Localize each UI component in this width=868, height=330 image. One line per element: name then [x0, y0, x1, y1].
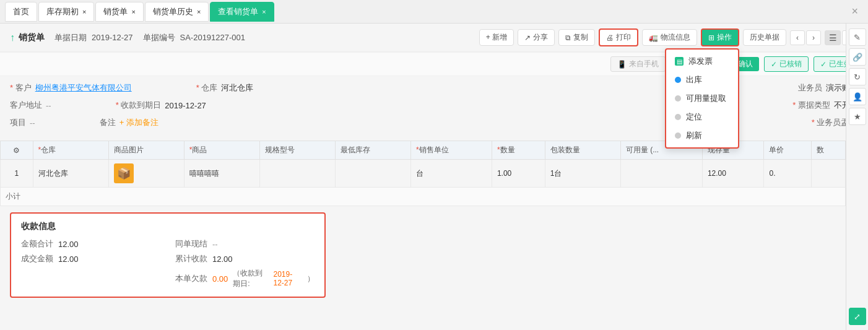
- toolbar: + 新增 ↗ 分享 ⧉ 复制 🖨 打印 🚛 物流信息 ⊞ 操作: [479, 28, 858, 46]
- customer-value[interactable]: 柳州粤港平安气体有限公司: [35, 82, 132, 93]
- share-icon: ↗: [524, 33, 531, 42]
- col-min-stock: 最低库存: [335, 141, 410, 160]
- close-history-tab[interactable]: ×: [197, 8, 201, 15]
- share-button[interactable]: ↗ 分享: [518, 29, 555, 46]
- user-panel-button[interactable]: 👤: [849, 88, 866, 105]
- operation-dropdown-wrapper: ⊞ 操作 ▤ 添发票 出库 可用量提取: [701, 28, 739, 46]
- project-label: 项目: [10, 117, 26, 128]
- current-owed-value: 0.00: [212, 274, 228, 284]
- add-button[interactable]: + 新增: [479, 29, 514, 46]
- customer-label: 客户: [10, 82, 32, 93]
- row-spec: [259, 160, 335, 188]
- edit-panel-button[interactable]: ✎: [849, 28, 866, 46]
- close-window-button[interactable]: ×: [846, 5, 863, 18]
- payment-section: 收款信息 金额合计 12.00 同单现结 -- 成交金额 12.00 累计收款 …: [10, 212, 326, 298]
- payment-grid: 金额合计 12.00 同单现结 -- 成交金额 12.00 累计收款 12.00…: [21, 238, 315, 289]
- prev-record-button[interactable]: ‹: [790, 30, 805, 45]
- warehouse-field: 仓库 河北仓库: [196, 82, 254, 93]
- address-label: 客户地址: [10, 100, 42, 111]
- locate-menu-item[interactable]: 定位: [666, 108, 738, 126]
- star-icon: ★: [854, 112, 861, 121]
- link-panel-button[interactable]: 🔗: [849, 48, 866, 66]
- copy-button[interactable]: ⧉ 复制: [558, 29, 595, 46]
- tab-bar: 首页 库存期初 × 销货单 × 销货单历史 × 查看销货单 × ×: [0, 0, 868, 24]
- transaction-amount-value: 12.00: [58, 254, 79, 264]
- project-value: --: [30, 118, 35, 128]
- close-inventory-init-tab[interactable]: ×: [82, 8, 86, 15]
- staff-label: 业务员: [798, 82, 822, 93]
- operation-button[interactable]: ⊞ 操作: [701, 28, 739, 46]
- total-amount-row: 金额合计 12.00: [21, 238, 160, 250]
- star-panel-button[interactable]: ★: [849, 108, 866, 125]
- close-view-sales-tab[interactable]: ×: [262, 8, 266, 15]
- tab-home[interactable]: 首页: [5, 2, 37, 22]
- current-owed-label: 本单欠款: [175, 273, 207, 284]
- same-order-settlement-value: --: [212, 240, 218, 249]
- list-view-button[interactable]: ☰: [825, 30, 841, 45]
- voided-status-badge: ✓ 已核销: [764, 56, 809, 72]
- subtotal-row: 小计: [1, 188, 846, 206]
- payment-title: 收款信息: [21, 221, 315, 232]
- add-invoice-menu-item[interactable]: ▤ 添发票: [666, 52, 738, 71]
- doc-meta: 单据日期 2019-12-27 单据编号 SA-20191227-001: [54, 32, 245, 43]
- edit-icon: ✎: [854, 33, 861, 42]
- add-invoice-icon: ▤: [675, 57, 684, 66]
- project-field: 项目 --: [10, 117, 35, 128]
- col-qty: *数量: [492, 141, 545, 160]
- check-circle-icon: ✓: [771, 60, 777, 69]
- col-gear: ⚙: [1, 141, 33, 160]
- history-button[interactable]: 历史单据: [743, 29, 786, 46]
- row-num: 1: [1, 160, 33, 188]
- row-unit-price: 0.: [764, 160, 812, 188]
- available-qty-menu-item[interactable]: 可用量提取: [666, 89, 738, 108]
- due-date-value: 2019-12-27: [273, 270, 302, 287]
- transaction-amount-label: 成交金额: [21, 253, 53, 264]
- row-qty: 1.00: [492, 160, 545, 188]
- close-sales-order-tab[interactable]: ×: [131, 8, 135, 15]
- row-pkg-qty: 1台: [545, 160, 620, 188]
- product-table: ⚙ *仓库 商品图片 *商品 规格型号 最低库存 *销售单位 *数量 包装数量 …: [0, 141, 846, 206]
- table-row: 1 河北仓库 📦 嘻嘻嘻嘻 台 1.00 1台 12.00 0.: [1, 160, 846, 188]
- next-record-button[interactable]: ›: [806, 30, 821, 45]
- transaction-amount-row: 成交金额 12.00: [21, 253, 160, 264]
- tab-view-sales-order[interactable]: 查看销货单 ×: [210, 2, 274, 22]
- current-owed-note: （收款到期日:: [233, 268, 268, 289]
- refresh-icon: [675, 132, 681, 139]
- payment-due-label: 收款到期日: [116, 100, 162, 111]
- doc-type-label: 销货单: [19, 32, 45, 43]
- from-phone-button[interactable]: 📱 来自手机: [610, 56, 666, 72]
- row-current-stock: 12.00: [702, 160, 764, 188]
- sales-staff2-label: 业务员盂: [812, 117, 849, 128]
- col-warehouse: *仓库: [33, 141, 108, 160]
- link-icon: 🔗: [853, 53, 862, 62]
- col-amount: 数: [812, 141, 846, 160]
- grid-icon: ⊞: [708, 33, 714, 42]
- total-amount-label: 金额合计: [21, 238, 53, 250]
- logistics-button[interactable]: 🚛 物流信息: [642, 29, 697, 46]
- product-image: 📦: [114, 163, 134, 183]
- col-product-img: 商品图片: [108, 141, 184, 160]
- col-product: *商品: [184, 141, 259, 160]
- warehouse-value: 河北仓库: [221, 82, 253, 93]
- tab-inventory-init[interactable]: 库存期初 ×: [38, 2, 94, 22]
- refresh-panel-button[interactable]: ↻: [849, 68, 866, 85]
- col-pkg-qty: 包装数量: [545, 141, 620, 160]
- row-amount: [812, 160, 846, 188]
- phone-icon: 📱: [617, 60, 627, 69]
- same-order-settlement-row: 同单现结 --: [175, 238, 315, 250]
- add-remark-button[interactable]: + 添加备注: [119, 117, 158, 128]
- user-icon: 👤: [853, 92, 862, 102]
- print-button[interactable]: 🖨 打印: [599, 28, 638, 46]
- document-title: ↑ 销货单: [10, 32, 45, 43]
- row-product-img: 📦: [108, 160, 184, 188]
- row-sales-unit: 台: [411, 160, 492, 188]
- customer-field: 客户 柳州粤港平安气体有限公司: [10, 82, 132, 93]
- payment-due-value: 2019-12-27: [165, 101, 206, 110]
- refresh-menu-item[interactable]: 刷新: [666, 126, 738, 145]
- operation-menu: ▤ 添发票 出库 可用量提取 定位 刷新: [665, 48, 739, 149]
- tab-sales-order[interactable]: 销货单 ×: [95, 2, 143, 22]
- tab-sales-order-history[interactable]: 销货单历史 ×: [145, 2, 209, 22]
- current-owed-detail-row: 本单欠款 0.00 （收款到期日: 2019-12-27 ）: [175, 268, 315, 289]
- refresh-circle-icon: ↻: [854, 72, 861, 82]
- stock-out-menu-item[interactable]: 出库: [666, 71, 738, 89]
